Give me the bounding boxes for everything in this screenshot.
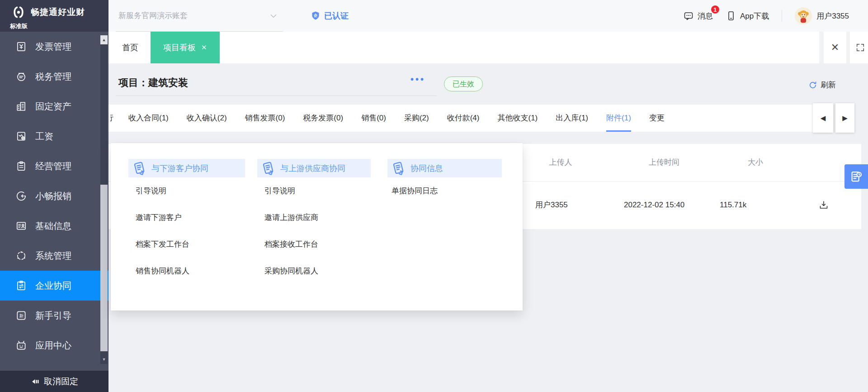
scrollbar-thumb[interactable] [100, 185, 108, 351]
download-button[interactable] [810, 181, 837, 229]
collab-menu-header-label: 协同信息 [410, 163, 443, 174]
collab-menu-item[interactable]: 单据协同日志 [387, 177, 502, 204]
scroll-up-icon[interactable]: ▲ [100, 35, 108, 44]
message-bubble-icon [683, 10, 694, 21]
column-header-upload-time: 上传时间 [619, 144, 709, 181]
tab-close-icon[interactable]: ✕ [201, 43, 207, 52]
collab-menu-item[interactable]: 档案下发工作台 [128, 231, 245, 258]
floating-report-button[interactable] [844, 164, 868, 189]
app-download-button[interactable]: App下载 [726, 10, 769, 21]
collab-doc-icon [132, 161, 147, 176]
refresh-button[interactable]: 刷新 [808, 80, 836, 90]
collab-menu-item[interactable]: 邀请下游客户 [128, 204, 245, 231]
sidebar-item-label: 工资 [35, 130, 53, 143]
verified-label: 已认证 [324, 10, 349, 21]
topbar-right: 消息 1 App下载 用户3355 [683, 7, 868, 24]
basic-info-icon [15, 220, 27, 232]
user-menu[interactable]: 用户3355 [795, 7, 849, 24]
account-select[interactable]: 新服务官网演示账套 [116, 0, 283, 32]
project-name: 建筑安装 [148, 77, 188, 88]
sidebar-item-salary[interactable]: 工资 [0, 121, 108, 151]
fixed-asset-icon [15, 100, 27, 112]
collab-menu-header-collab-info[interactable]: 协同信息 [387, 159, 502, 177]
cell-upload-time: 2022-12-02 15:40 [624, 181, 684, 229]
unpin-icon [30, 377, 40, 387]
subtab-item-clipped-label: 行 [110, 105, 113, 132]
unpin-label: 取消固定 [44, 376, 78, 387]
sidebar-item-expense[interactable]: 小畅报销 [0, 181, 108, 211]
verified-badge[interactable]: 企 已认证 [310, 10, 349, 21]
subtab-item[interactable]: 采购(2) [404, 105, 429, 132]
subtab-item[interactable]: 出入库(1) [556, 105, 588, 132]
more-options-icon[interactable]: ••• [410, 74, 425, 85]
fullscreen-button[interactable] [850, 32, 868, 63]
sidebar-item-label: 经营管理 [35, 160, 71, 172]
collab-menu-item[interactable]: 档案接收工作台 [257, 231, 371, 258]
sidebar-item-label: 新手引导 [35, 310, 71, 322]
close-tab-button[interactable]: ✕ [824, 32, 846, 63]
sidebar-scrollbar[interactable]: ▲ ▼ [100, 35, 108, 364]
sidebar-item-collab[interactable]: 企业协同 [0, 271, 108, 301]
sidebar-item-tax[interactable]: 税务管理 [0, 62, 108, 91]
sidebar-item-guide[interactable]: 新新手引导 [0, 301, 108, 330]
cell-size: 115.71k [720, 181, 746, 229]
refresh-label: 刷新 [821, 80, 836, 90]
sidebar-item-invoice[interactable]: 发票管理 [0, 32, 108, 62]
collab-menu-item[interactable]: 邀请上游供应商 [257, 204, 371, 231]
scroll-down-icon[interactable]: ▼ [100, 355, 108, 364]
sidebar-item-label: 发票管理 [35, 41, 71, 53]
messages-button[interactable]: 消息 1 [683, 10, 713, 21]
subtabs-scroll-left-button[interactable]: ◀ [813, 103, 833, 133]
collab-menu-column-collab-info: 协同信息单据协同日志 [387, 159, 502, 204]
download-icon [818, 200, 829, 210]
tabbar-gap [846, 32, 850, 63]
subtab-item[interactable]: 变更 [649, 105, 665, 132]
collab-menu-header-downstream[interactable]: 与下游客户协同 [128, 159, 245, 177]
salary-icon [15, 130, 27, 142]
subtab-item[interactable]: 收入合同(1) [128, 105, 169, 132]
subtab-item[interactable]: 其他收支(1) [497, 105, 538, 132]
sidebar-item-label: 税务管理 [35, 71, 71, 83]
cell-uploader: 用户3355 [535, 181, 568, 229]
svg-text:新: 新 [19, 313, 24, 318]
unpin-sidebar-button[interactable]: 取消固定 [0, 371, 108, 392]
subtab-item[interactable]: 税务发票(0) [303, 105, 343, 132]
subtab-item-clipped[interactable]: 行 [110, 105, 117, 132]
avatar [795, 7, 812, 24]
subtab-item[interactable]: 收付款(4) [447, 105, 480, 132]
topbar: 新服务官网演示账套 企 已认证 消息 1 App下载 用户3355 [108, 0, 868, 32]
sidebar-item-system[interactable]: 系统管理 [0, 241, 108, 271]
subtab-item[interactable]: 销售发票(0) [245, 105, 285, 132]
topbar-divider [782, 10, 782, 22]
tab-project-board[interactable]: 项目看板 ✕ [151, 32, 220, 63]
collab-menu-item[interactable]: 引导说明 [128, 177, 245, 204]
sidebar-item-app-center[interactable]: 应用中心 [0, 330, 108, 360]
tabbar-gap [819, 32, 824, 63]
subtab-item[interactable]: 收入确认(2) [187, 105, 227, 132]
subtab-item-active[interactable]: 附件(1) [606, 105, 631, 132]
phone-icon [726, 10, 736, 21]
sidebar-item-fixed-asset[interactable]: 固定资产 [0, 91, 108, 121]
sidebar-menu: 发票管理税务管理固定资产工资经营管理小畅报销基础信息系统管理企业协同新新手引导应… [0, 32, 108, 360]
sidebar-item-label: 企业协同 [35, 280, 71, 292]
collab-menu-item[interactable]: 销售协同机器人 [128, 258, 245, 284]
guide-icon: 新 [15, 310, 27, 321]
app-center-icon [15, 339, 27, 351]
collab-menu-item[interactable]: 采购协同机器人 [257, 258, 371, 284]
subtab-item[interactable]: 销售(0) [361, 105, 386, 132]
collab-menu-header-upstream[interactable]: 与上游供应商协同 [257, 159, 371, 177]
collab-menu-column-upstream: 与上游供应商协同引导说明邀请上游供应商档案接收工作台采购协同机器人 [257, 159, 371, 284]
svg-text:企: 企 [313, 13, 318, 18]
tab-home[interactable]: 首页 [108, 32, 152, 63]
collab-doc-icon [260, 161, 276, 176]
sidebar-item-business[interactable]: 经营管理 [0, 151, 108, 181]
tab-project-board-label: 项目看板 [163, 42, 196, 53]
sidebar-item-label: 应用中心 [35, 339, 71, 352]
collab-menu-item[interactable]: 引导说明 [257, 177, 371, 204]
brand-logo-icon [11, 5, 26, 20]
collab-menu-header-label: 与上游供应商协同 [280, 163, 345, 174]
sidebar-item-basic-info[interactable]: 基础信息 [0, 211, 108, 241]
project-title: 项目：建筑安装 [118, 76, 188, 90]
subtabs-scroll-right-button[interactable]: ▶ [835, 103, 854, 133]
sidebar-item-label: 小畅报销 [35, 190, 71, 202]
